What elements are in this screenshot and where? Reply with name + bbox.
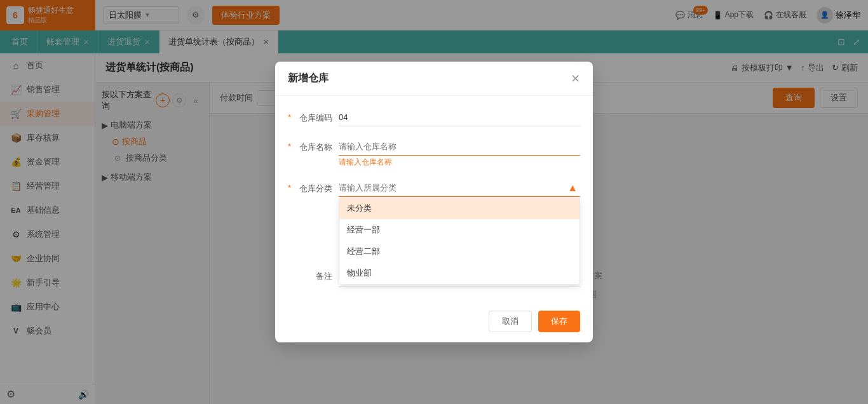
modal-overlay: 新增仓库 ✕ 仓库编码 仓库名称 请输入仓库名称 仓库分类	[0, 0, 868, 404]
dropdown-item-1[interactable]: 经营一部	[339, 219, 580, 241]
cancel-button[interactable]: 取消	[489, 311, 532, 332]
modal-title: 新增仓库	[288, 72, 329, 85]
form-row-category: 仓库分类 ▲ 未分类 经营一部 经营二部 物业部	[288, 179, 580, 197]
category-label: 仓库分类	[288, 179, 339, 194]
save-button[interactable]: 保存	[538, 311, 580, 332]
modal-add-warehouse: 新增仓库 ✕ 仓库编码 仓库名称 请输入仓库名称 仓库分类	[275, 62, 593, 342]
name-control: 请输入仓库名称	[339, 138, 580, 168]
form-row-name: 仓库名称 请输入仓库名称	[288, 138, 580, 168]
note-label: 备注	[288, 267, 339, 282]
dropdown-item-0[interactable]: 未分类	[339, 198, 580, 219]
modal-body: 仓库编码 仓库名称 请输入仓库名称 仓库分类 ▲	[275, 96, 593, 289]
modal-close-button[interactable]: ✕	[571, 73, 580, 84]
code-control	[339, 109, 580, 126]
name-label: 仓库名称	[288, 138, 339, 153]
modal-footer: 取消 保存	[275, 300, 593, 342]
code-input[interactable]	[339, 109, 580, 126]
dropdown-item-3[interactable]: 物业部	[339, 262, 580, 284]
category-input-row: ▲	[339, 179, 580, 197]
name-error-msg: 请输入仓库名称	[339, 157, 580, 168]
category-dropdown: 未分类 经营一部 经营二部 物业部	[339, 197, 580, 285]
dropdown-item-2[interactable]: 经营二部	[339, 241, 580, 262]
category-control: ▲ 未分类 经营一部 经营二部 物业部	[339, 179, 580, 197]
code-label: 仓库编码	[288, 109, 339, 124]
modal-header: 新增仓库 ✕	[275, 62, 593, 96]
form-row-code: 仓库编码	[288, 109, 580, 126]
category-input[interactable]	[339, 179, 565, 196]
category-toggle-icon[interactable]: ▲	[565, 180, 580, 196]
name-input[interactable]	[339, 138, 580, 156]
